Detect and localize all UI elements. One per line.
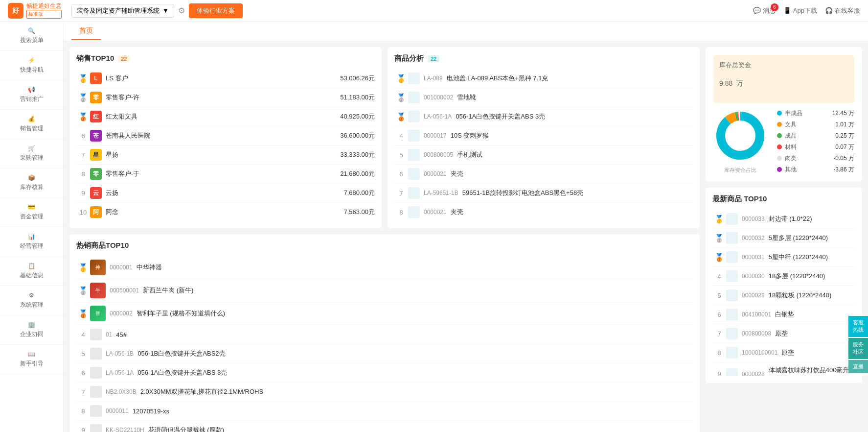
products-analysis-card: 商品分析 22 🥇 LA-089 电池盖 LA-089 ABS本色+黑种 7.1… <box>388 47 700 228</box>
donut-chart-container: 库存资金占比 半成品 12.45 万 文具 1.01 万 <box>713 109 854 174</box>
customer-name-3: 红太阳文具 <box>106 112 340 121</box>
new-product-img <box>726 328 738 339</box>
new-product-row: 🥈 0000032 5厘多层 (1220*2440) <box>712 229 855 248</box>
sidebar-item-enterprise[interactable]: 🏢 企业协同 <box>0 315 63 345</box>
legend-item-3: 成品 0.25 万 <box>777 132 854 140</box>
logo-area: 好 畅捷通好生意 标准版 <box>8 2 71 19</box>
header: 好 畅捷通好生意 标准版 装备及固定资产辅助管理系统 ▼ ⚙ 体验行业方案 💬 … <box>0 0 868 22</box>
sidebar-item-sales[interactable]: 💰 销售管理 <box>0 110 63 139</box>
product-analysis-row: 5 000800005 手机测试 <box>394 145 693 165</box>
hot-product-row: 🥇 神 0000001 中华神器 <box>76 256 693 279</box>
product-img-placeholder <box>408 72 420 84</box>
product-analysis-row: 7 LA-59651-1B 59651-1B旋转投影灯电池盒ABS黑色+58壳 <box>394 184 693 203</box>
finance-icon: 💳 <box>28 204 35 211</box>
hot-product-row: 6 LA-056-1A 056-1A白色按键开关盖ABS 3壳 <box>76 363 693 383</box>
message-icon: 💬 <box>753 7 761 14</box>
product-img-ph <box>90 329 102 340</box>
sidebar-item-guide[interactable]: 📖 新手引导 <box>0 345 63 374</box>
service-community-button[interactable]: 服务社区 <box>848 338 868 359</box>
sidebar-item-inventory[interactable]: 📦 库存核算 <box>0 168 63 198</box>
customer-name-1: LS 客户 <box>106 74 340 83</box>
svg-point-1 <box>721 116 760 155</box>
new-products-title: 最新商品 TOP10 <box>712 194 855 204</box>
guide-icon: 📖 <box>28 351 35 358</box>
hot-products-card: 热销商品TOP10 🥇 神 0000001 中华神器 🥈 牛 000500001… <box>69 234 700 432</box>
customer-row: 10 阿 阿念 7,563.00元 <box>76 203 375 221</box>
main-content: 首页 销售TOP10 22 🥇 L LS 客 <box>64 22 868 432</box>
marketing-icon: 📢 <box>28 86 35 93</box>
customer-value-2: 51,183.00元 <box>340 93 375 102</box>
logo-text-block: 畅捷通好生意 标准版 <box>26 2 62 19</box>
analysis-badge: 22 <box>428 55 439 62</box>
rank-num-5: 7 <box>76 151 90 159</box>
new-product-row: 5 0000029 18颗粒板 (1220*2440) <box>712 286 855 305</box>
customer-avatar-8: 阿 <box>90 206 102 218</box>
sidebar-item-quicknav[interactable]: ⚡ 快捷导航 <box>0 51 63 80</box>
try-button[interactable]: 体验行业方案 <box>189 3 243 18</box>
new-product-row: 7 000800008 原垄 <box>712 324 855 343</box>
search-icon: 🔍 <box>28 27 35 34</box>
logo-icon: 好 <box>8 3 23 19</box>
product-analysis-row: 6 0000021 夹壳 <box>394 165 693 184</box>
basic-icon: 📋 <box>28 263 35 269</box>
sidebar-item-purchase[interactable]: 🛒 采购管理 <box>0 139 63 168</box>
sidebar-item-management[interactable]: 📊 经营管理 <box>0 227 63 257</box>
management-icon: 📊 <box>28 233 35 240</box>
customer-service-button[interactable]: 客服热线 <box>848 316 868 337</box>
system-selector[interactable]: 装备及固定资产辅助管理系统 ▼ <box>71 4 174 18</box>
product-img-ph <box>90 424 102 432</box>
logo-brand: 畅捷通好生意 <box>26 2 62 10</box>
settings-icon[interactable]: ⚙ <box>178 6 185 15</box>
new-product-img <box>726 232 738 244</box>
hot-products-list: 🥇 神 0000001 中华神器 🥈 牛 000500001 新西兰牛肉 (新牛… <box>76 256 693 432</box>
inventory-legend: 半成品 12.45 万 文具 1.01 万 成品 0.25 万 <box>777 109 854 174</box>
product-img-placeholder <box>408 187 420 199</box>
customers-top10-card: 销售TOP10 22 🥇 L LS 客户 53,006.26元 <box>69 47 382 228</box>
sidebar-inventory-label: 库存核算 <box>20 183 44 192</box>
legend-dot-5 <box>777 156 782 161</box>
donut-chart <box>713 109 767 163</box>
customers-list: 🥇 L LS 客户 53,006.26元 🥈 零 零售客户-许 51,183.0… <box>76 69 375 221</box>
sidebar-search[interactable]: 🔍 搜索菜单 <box>0 22 63 51</box>
hot-product-row: 🥈 牛 000500001 新西兰牛肉 (新牛) <box>76 279 693 302</box>
rank-medal-3: 🥉 <box>76 112 90 121</box>
content-left: 销售TOP10 22 🥇 L LS 客户 53,006.26元 <box>69 47 700 432</box>
new-product-img <box>726 309 738 320</box>
tab-home[interactable]: 首页 <box>71 23 101 40</box>
new-product-row: 4 0000030 18多层 (1220*2440) <box>712 267 855 286</box>
new-product-img <box>726 213 738 225</box>
service-label: 在线客服 <box>835 6 860 15</box>
hot-product-row: 5 LA-056-1B 056-1B白色按键开关盒ABS2壳 <box>76 344 693 363</box>
content-right: 库存总资金 9.88 万 <box>706 47 862 432</box>
legend-dot-4 <box>777 144 782 149</box>
live-button[interactable]: 直播 <box>848 360 868 373</box>
message-button[interactable]: 💬 消息 6 <box>753 6 776 15</box>
customer-row: 9 云 云扬 7,680.00元 <box>76 184 375 203</box>
new-product-row: 6 004100001 白钢垫 <box>712 305 855 324</box>
customer-row: 🥇 L LS 客户 53,006.26元 <box>76 69 375 88</box>
rank-medal-1: 🥇 <box>76 74 90 83</box>
customer-value-7: 7,680.00元 <box>343 189 375 197</box>
product-img-ph <box>90 367 102 379</box>
headset-icon: 🎧 <box>825 7 833 14</box>
sidebar-guide-label: 新手引导 <box>20 360 44 368</box>
new-product-row: 9 0000028 体城嘉枝味苏打饮品400毫升 (1*15) <box>712 362 855 376</box>
sidebar-item-system[interactable]: ⚙ 系统管理 <box>0 286 63 315</box>
fixed-buttons: 客服热线 服务社区 直播 <box>848 316 868 373</box>
app-download-button[interactable]: 📱 App下载 <box>783 6 817 15</box>
system-name: 装备及固定资产辅助管理系统 <box>77 6 160 15</box>
product-analysis-row: 🥈 001000002 雪地靴 <box>394 88 693 107</box>
hot-product-row: 🥉 智 0000002 智利车子里 (规格不知道填什么) <box>76 302 693 325</box>
inventory-icon: 📦 <box>28 174 35 181</box>
product-img-ph <box>90 386 102 398</box>
sidebar-item-finance[interactable]: 💳 资金管理 <box>0 198 63 227</box>
customer-avatar-6: 零 <box>90 168 102 180</box>
hot-product-row: 9 KK-SD22110H 花语萌但温分腿裤袜 (厚款) <box>76 421 693 432</box>
new-product-img <box>726 289 738 301</box>
product-img-ph <box>90 348 102 360</box>
hot-product-row: 7 NB2.0X30B 2.0X30MM双搓花轴,搓花直径2.1MM/ROHS <box>76 383 693 402</box>
sidebar-item-basic[interactable]: 📋 基础信息 <box>0 257 63 286</box>
sidebar-item-marketing[interactable]: 📢 营销推广 <box>0 80 63 110</box>
customer-name-4: 苍南县人民医院 <box>106 131 340 140</box>
online-service-button[interactable]: 🎧 在线客服 <box>825 6 860 15</box>
